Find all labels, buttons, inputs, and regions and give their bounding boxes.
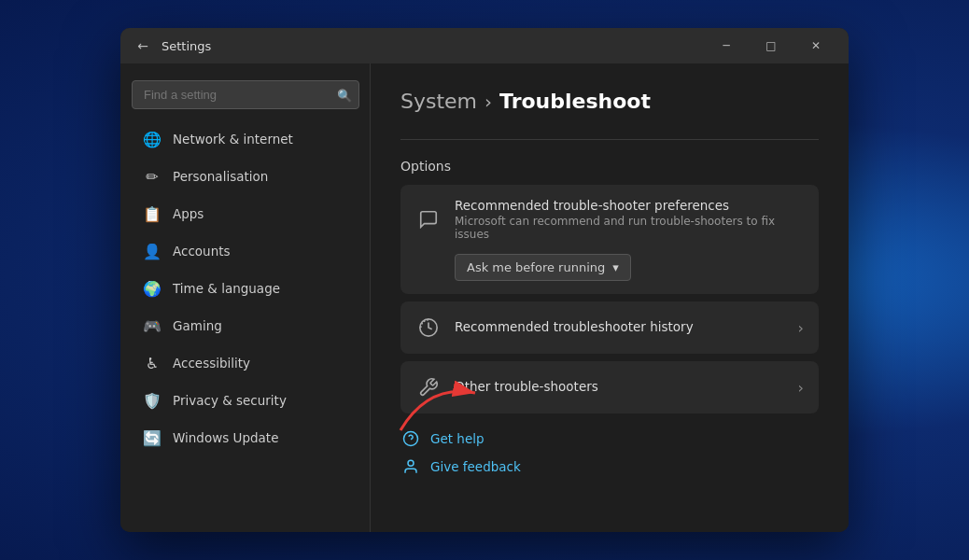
sidebar-item-apps[interactable]: 📋 Apps <box>128 196 363 231</box>
breadcrumb-system: System <box>400 90 477 113</box>
sidebar-item-gaming[interactable]: 🎮 Gaming <box>128 308 363 343</box>
accessibility-icon: ♿ <box>143 354 162 372</box>
close-button[interactable]: ✕ <box>794 32 837 60</box>
settings-window: ← Settings ─ □ ✕ 🔍 🌐 Network & internet … <box>120 28 849 532</box>
title-bar-left: ← Settings <box>132 35 211 57</box>
accounts-icon: 👤 <box>143 242 162 260</box>
recommended-history-card[interactable]: Recommended troubleshooter history › <box>400 301 819 354</box>
apps-icon: 📋 <box>143 204 162 223</box>
give-feedback-icon <box>400 456 421 477</box>
network-icon: 🌐 <box>143 130 162 148</box>
recommended-history-chevron: › <box>798 319 804 337</box>
sidebar-divider <box>370 63 371 532</box>
minimize-button[interactable]: ─ <box>705 32 748 60</box>
breadcrumb-separator: › <box>484 91 492 113</box>
window-controls: ─ □ ✕ <box>705 32 837 60</box>
recommended-history-main: Recommended troubleshooter history › <box>400 301 819 354</box>
dropdown-wrap: Ask me before running ▾ <box>400 254 819 294</box>
recommended-history-icon <box>415 315 442 341</box>
get-help-link[interactable]: Get help <box>400 428 819 449</box>
ask-before-running-dropdown[interactable]: Ask me before running ▾ <box>455 254 631 281</box>
time-icon: 🌍 <box>143 279 162 298</box>
recommended-prefs-subtitle: Microsoft can recommend and run trouble-… <box>455 215 804 241</box>
personalisation-icon: ✏️ <box>143 167 162 186</box>
other-troubleshooters-icon <box>415 374 442 400</box>
maximize-button[interactable]: □ <box>750 32 793 60</box>
other-troubleshooters-title: Other trouble-shooters <box>455 379 785 394</box>
sidebar-item-update[interactable]: 🔄 Windows Update <box>128 420 363 455</box>
recommended-history-title: Recommended troubleshooter history <box>455 319 785 334</box>
gaming-icon: 🎮 <box>143 316 162 335</box>
svg-point-4 <box>408 460 414 466</box>
other-troubleshooters-main: Other trouble-shooters › <box>400 361 819 413</box>
breadcrumb-current: Troubleshoot <box>499 90 651 113</box>
search-icon: 🔍 <box>337 88 352 102</box>
other-troubleshooters-chevron: › <box>798 379 804 397</box>
other-troubleshooters-card[interactable]: Other trouble-shooters › <box>400 361 819 413</box>
privacy-icon: 🛡️ <box>143 391 162 410</box>
title-bar: ← Settings ─ □ ✕ <box>120 28 849 63</box>
dropdown-chevron-icon: ▾ <box>612 260 619 274</box>
links-section: Get help Give feedback <box>400 428 819 477</box>
recommended-history-text: Recommended troubleshooter history <box>455 319 785 336</box>
give-feedback-link[interactable]: Give feedback <box>400 456 819 477</box>
back-button[interactable]: ← <box>132 35 154 57</box>
sidebar-item-personalisation[interactable]: ✏️ Personalisation <box>128 159 363 194</box>
window-title: Settings <box>162 39 211 53</box>
section-title: Options <box>400 159 819 174</box>
get-help-icon <box>400 428 421 449</box>
sidebar-item-network[interactable]: 🌐 Network & internet <box>128 121 363 157</box>
sidebar-item-accounts[interactable]: 👤 Accounts <box>128 233 363 269</box>
sidebar-item-privacy[interactable]: 🛡️ Privacy & security <box>128 383 363 418</box>
recommended-prefs-card[interactable]: Recommended trouble-shooter preferences … <box>400 185 819 294</box>
recommended-prefs-text: Recommended trouble-shooter preferences … <box>455 198 804 241</box>
other-troubleshooters-text: Other trouble-shooters <box>455 379 785 396</box>
content-area: 🔍 🌐 Network & internet ✏️ Personalisatio… <box>120 63 849 532</box>
header-divider <box>400 139 819 140</box>
main-content: System › Troubleshoot Options Recommende… <box>371 63 849 532</box>
sidebar-item-time[interactable]: 🌍 Time & language <box>128 271 363 306</box>
breadcrumb: System › Troubleshoot <box>400 90 819 113</box>
recommended-prefs-icon <box>415 206 442 232</box>
sidebar: 🔍 🌐 Network & internet ✏️ Personalisatio… <box>120 63 371 532</box>
sidebar-item-accessibility[interactable]: ♿ Accessibility <box>128 345 363 381</box>
update-icon: 🔄 <box>143 428 162 447</box>
search-input[interactable] <box>132 80 359 109</box>
search-container: 🔍 <box>132 80 359 109</box>
recommended-prefs-main: Recommended trouble-shooter preferences … <box>400 185 819 254</box>
recommended-prefs-title: Recommended trouble-shooter preferences <box>455 198 804 213</box>
